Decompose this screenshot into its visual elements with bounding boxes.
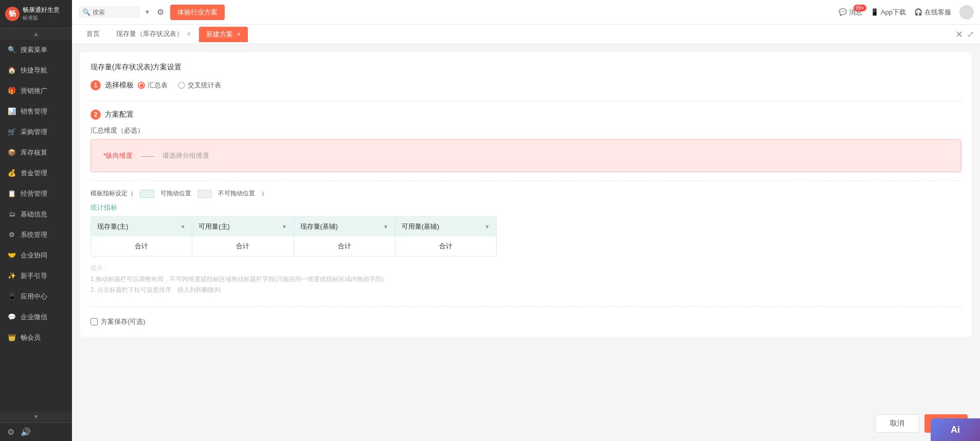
sidebar-logo: 畅 畅康通好生意 标准版 [0, 0, 72, 28]
nav-label-11: 新手引导 [21, 271, 47, 281]
chevron-2: ▼ [282, 224, 287, 230]
col-head-2[interactable]: 可用量(主) ▼ [192, 217, 294, 236]
topbar-right: 💬 消息 99+ 📱 App下载 🎧 在线客服 [839, 5, 974, 20]
col-head-4[interactable]: 可用量(基辅) ▼ [395, 217, 496, 236]
main: 🔍 ▼ ⚙ 体验行业方案 💬 消息 99+ 📱 App下载 🎧 在线客服 [72, 0, 980, 441]
tab-new-plan-close[interactable]: × [237, 31, 241, 38]
sidebar-item-新手引导[interactable]: ✨ 新手引导 [0, 266, 72, 286]
nav-label-10: 企业协同 [21, 251, 47, 260]
radio-cross[interactable]: 交叉统计表 [178, 81, 221, 90]
sidebar-item-应用中心[interactable]: 📱 应用中心 [0, 286, 72, 307]
dim-group-label: 汇总维度（必选） [90, 126, 961, 135]
footer-save-checkbox[interactable]: 方案保存(可选) [90, 317, 961, 326]
col-head-3-label: 现存量(基辅) [300, 222, 338, 231]
sidebar-item-销售管理[interactable]: 📊 销售管理 [0, 101, 72, 122]
tab-inventory-close[interactable]: × [187, 30, 191, 38]
section-config: 2 方案配置 汇总维度（必选） *纵向维度 —— 请选择分组维度 模板指标设定（… [90, 109, 961, 296]
sidebar-item-经营管理[interactable]: 📋 经营管理 [0, 183, 72, 204]
indicator-legend: 模板指标设定（ 可拖动位置 不可拖动位置 ） [90, 189, 961, 198]
sidebar-item-搜索菜单[interactable]: 🔍 搜索菜单 [0, 40, 72, 60]
dim-dash: —— [141, 152, 154, 160]
panel-expand-icon[interactable]: ⤢ [967, 29, 974, 39]
topbar-gear-icon[interactable]: ⚙ [157, 7, 164, 17]
sidebar-item-基础信息[interactable]: 🗂 基础信息 [0, 204, 72, 225]
nav-label-5: 库存核算 [21, 148, 47, 157]
sidebar-bottom: ⚙ 🔊 [0, 422, 72, 441]
sidebar-item-快捷导航[interactable]: 🏠 快捷导航 [0, 60, 72, 81]
sidebar-scroll-down[interactable]: ▼ [0, 411, 72, 422]
radio-summary[interactable]: 汇总表 [138, 81, 168, 90]
tab-new-plan[interactable]: 新建方案 × [199, 27, 248, 42]
hint-area: 提示： 1.拖动标题栏可以调整布局，不可跨维度或指标区域拖动标题栏字段(只能在同… [90, 263, 961, 296]
nav-icon-12: 📱 [7, 292, 16, 301]
non-draggable-indicator [197, 190, 212, 198]
search-icon: 🔍 [82, 8, 90, 16]
sidebar-item-营销推广[interactable]: 🎁 营销推广 [0, 81, 72, 101]
nav-label-6: 资金管理 [21, 169, 47, 178]
stats-table: 现存量(主) ▼ 可用量(主) ▼ 现存量(基辅) ▼ 可用量(基辅) [90, 216, 497, 256]
settings-panel: 现存量(库存状况表)方案设置 1 选择模板 汇总表 交叉统计表 [80, 52, 972, 337]
nav-label-13: 企业微信 [21, 313, 47, 322]
cancel-button[interactable]: 取消 [875, 414, 919, 433]
radio-summary-circle [138, 82, 145, 89]
nav-label-9: 系统管理 [21, 230, 47, 240]
col-head-3[interactable]: 现存量(基辅) ▼ [294, 217, 395, 236]
search-dropdown-icon[interactable]: ▼ [144, 8, 151, 16]
service-btn[interactable]: 🎧 在线客服 [914, 8, 951, 17]
user-menu[interactable] [959, 5, 974, 20]
speaker-icon[interactable]: 🔊 [21, 427, 31, 437]
nav-label-2: 营销推广 [21, 86, 47, 96]
section2-label: 方案配置 [105, 110, 134, 119]
sidebar-item-企业微信[interactable]: 💬 企业微信 [0, 307, 72, 327]
dim-area[interactable]: *纵向维度 —— 请选择分组维度 [90, 139, 961, 172]
nav-label-12: 应用中心 [21, 292, 47, 301]
message-btn[interactable]: 💬 消息 99+ [839, 8, 862, 17]
nav-icon-0: 🔍 [7, 45, 16, 54]
save-checkbox-label: 方案保存(可选) [101, 317, 146, 326]
col-body-2: 合计 [192, 236, 294, 256]
settings-icon[interactable]: ⚙ [7, 427, 14, 437]
section2-num: 2 [90, 109, 101, 120]
non-draggable-label: 不可拖动位置 [218, 189, 255, 198]
panel-title: 现存量(库存状况表)方案设置 [90, 63, 961, 72]
sidebar-item-采购管理[interactable]: 🛒 采购管理 [0, 122, 72, 142]
tab-home-label: 首页 [86, 29, 100, 39]
nav-icon-11: ✨ [7, 271, 16, 281]
sidebar-item-库存核算[interactable]: 📦 库存核算 [0, 142, 72, 163]
tab-new-plan-label: 新建方案 [206, 30, 233, 39]
ai-badge[interactable]: Ai [931, 418, 980, 441]
dim-placeholder: 请选择分组维度 [162, 151, 209, 160]
section1-num: 1 [90, 80, 101, 90]
sidebar-item-资金管理[interactable]: 💰 资金管理 [0, 163, 72, 183]
app-download-btn[interactable]: 📱 App下载 [870, 8, 906, 17]
sidebar-scroll-up[interactable]: ▲ [0, 28, 72, 40]
tab-home[interactable]: 首页 [78, 25, 108, 44]
app-label: App下载 [881, 8, 906, 17]
stats-label: 统计指标 [90, 203, 961, 212]
headset-icon: 🎧 [914, 8, 922, 16]
sidebar-item-企业协同[interactable]: 🤝 企业协同 [0, 245, 72, 266]
nav-label-4: 采购管理 [21, 127, 47, 137]
nav-icon-4: 🛒 [7, 127, 16, 137]
draggable-label: 可拖动位置 [160, 189, 191, 198]
sidebar-nav: 🔍 搜索菜单 🏠 快捷导航 🎁 营销推广 📊 销售管理 🛒 采购管理 📦 库存核… [0, 40, 72, 411]
stats-table-header: 现存量(主) ▼ 可用量(主) ▼ 现存量(基辅) ▼ 可用量(基辅) [91, 217, 496, 236]
save-checkbox-input[interactable] [90, 318, 98, 325]
chevron-4: ▼ [484, 224, 490, 230]
trial-btn[interactable]: 体验行业方案 [170, 5, 225, 20]
panel-minimize-icon[interactable]: ✕ [955, 29, 963, 40]
sidebar-item-系统管理[interactable]: ⚙ 系统管理 [0, 225, 72, 245]
col-body-3: 合计 [294, 236, 395, 256]
tab-inventory[interactable]: 现存量（库存状况表） × [108, 25, 199, 44]
radio-summary-label: 汇总表 [148, 81, 168, 90]
content: 现存量(库存状况表)方案设置 1 选择模板 汇总表 交叉统计表 [72, 44, 980, 441]
search-box[interactable]: 🔍 [78, 6, 140, 18]
stats-table-body: 合计 合计 合计 合计 [91, 236, 496, 256]
section-template: 1 选择模板 汇总表 交叉统计表 [90, 80, 961, 90]
sidebar: 畅 畅康通好生意 标准版 ▲ 🔍 搜索菜单 🏠 快捷导航 🎁 营销推广 📊 销售… [0, 0, 72, 441]
indicator-end: ） [261, 189, 267, 198]
search-input[interactable] [93, 9, 134, 16]
col-head-2-label: 可用量(主) [198, 222, 230, 231]
sidebar-item-畅会员[interactable]: 👑 畅会员 [0, 327, 72, 348]
col-head-1[interactable]: 现存量(主) ▼ [91, 217, 192, 236]
